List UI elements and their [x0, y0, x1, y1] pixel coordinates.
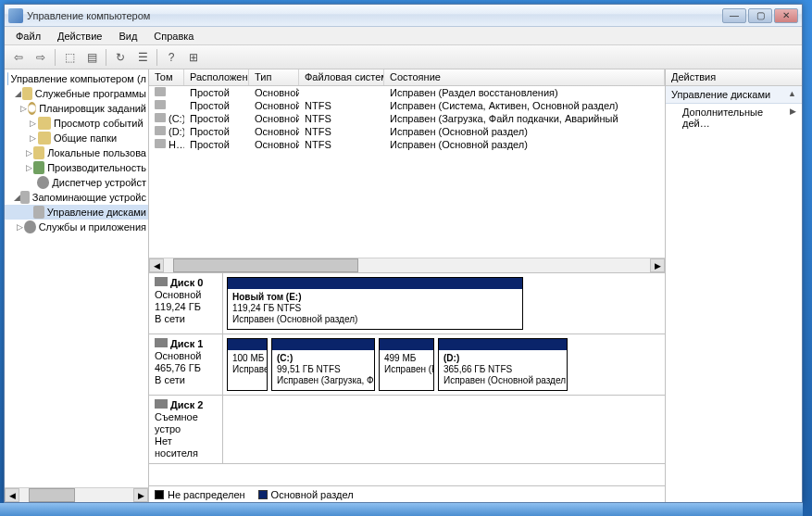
perf-icon: [33, 161, 44, 174]
drive-icon: [155, 399, 168, 409]
volume-row[interactable]: ПростойОсновнойИсправен (Раздел восстано…: [149, 86, 665, 99]
tree-shared-folders[interactable]: ▷ Общие папки: [5, 131, 148, 145]
partition[interactable]: 499 МБИсправен (Р: [379, 338, 434, 391]
disk-row: Диск 0Основной119,24 ГБВ сетиНовый том (…: [149, 273, 665, 334]
actions-panel: Действия Управление дисками ▲ Дополнител…: [665, 69, 802, 502]
actions-section[interactable]: Управление дисками ▲: [666, 86, 802, 104]
content-area: Управление компьютером (л ◢ Служебные пр…: [5, 69, 802, 502]
disk-partitions: Новый том (E:)119,24 ГБ NTFSИсправен (Ос…: [223, 273, 665, 334]
props-button[interactable]: ▤: [81, 47, 102, 68]
center-panel: Том Расположение Тип Файловая система Со…: [149, 69, 665, 502]
disk-partitions: 100 МБ !Исправен(C:)99,51 ГБ NTFSИсправе…: [223, 334, 665, 395]
storage-icon: [20, 191, 30, 204]
event-icon: [38, 117, 51, 130]
menu-action[interactable]: Действие: [50, 29, 109, 44]
disk-row: Диск 1Основной465,76 ГБВ сети100 МБ !Исп…: [149, 334, 665, 396]
volume-list: Том Расположение Тип Файловая система Со…: [149, 69, 665, 273]
help-button[interactable]: ?: [161, 47, 181, 68]
device-icon: [37, 176, 50, 189]
up-button[interactable]: ⬚: [59, 47, 80, 68]
nav-tree: Управление компьютером (л ◢ Служебные пр…: [5, 69, 148, 236]
menu-help[interactable]: Справка: [146, 29, 201, 44]
tree-device-manager[interactable]: Диспетчер устройст: [5, 175, 148, 190]
tree-root[interactable]: Управление компьютером (л: [5, 71, 148, 86]
titlebar: Управление компьютером — ▢ ✕: [5, 5, 802, 27]
tree-scrollbar[interactable]: ◀ ▶: [5, 487, 148, 502]
users-icon: [33, 146, 44, 159]
col-tom[interactable]: Том: [149, 69, 184, 85]
menu-file[interactable]: Файл: [8, 29, 48, 44]
disk-map: Диск 0Основной119,24 ГБВ сетиНовый том (…: [149, 273, 665, 485]
col-fs[interactable]: Файловая система: [299, 69, 384, 85]
disk-row: Диск 2Съемное устроНет носителя: [149, 396, 665, 464]
window-buttons: — ▢ ✕: [722, 8, 798, 23]
tree-system-tools[interactable]: ◢ Служебные программы: [5, 86, 148, 101]
tree-event-viewer[interactable]: ▷ Просмотр событий: [5, 116, 148, 131]
volume-icon: [155, 100, 166, 109]
refresh-button[interactable]: ↻: [110, 47, 131, 68]
forward-button[interactable]: ⇨: [31, 47, 51, 68]
menu-view[interactable]: Вид: [111, 29, 144, 44]
volume-row[interactable]: Н…ПростойОсновнойNTFSИсправен (Основной …: [149, 138, 665, 151]
computer-icon: [7, 72, 8, 85]
tree-disk-mgmt[interactable]: Управление дисками: [5, 205, 148, 220]
col-status[interactable]: Состояние: [384, 69, 665, 85]
tree-panel: Управление компьютером (л ◢ Служебные пр…: [5, 69, 149, 502]
disk-info[interactable]: Диск 0Основной119,24 ГБВ сети: [149, 273, 223, 334]
tools-icon: [22, 87, 32, 100]
chevron-right-icon: ▶: [790, 107, 796, 129]
legend-unallocated: Не распределен: [155, 489, 245, 500]
volume-rows: ПростойОсновнойИсправен (Раздел восстано…: [149, 86, 665, 151]
legend: Не распределен Основной раздел: [149, 485, 665, 502]
col-layout[interactable]: Расположение: [184, 69, 249, 85]
folder-icon: [38, 132, 51, 145]
tree-local-users[interactable]: ▷ Локальные пользова: [5, 145, 148, 160]
extra-button[interactable]: ⊞: [183, 47, 204, 68]
clock-icon: [28, 102, 36, 115]
partition[interactable]: (C:)99,51 ГБ NTFSИсправен (Загрузка, Фай: [271, 338, 375, 391]
drive-icon: [155, 277, 168, 286]
volume-row[interactable]: (C:)ПростойОсновнойNTFSИсправен (Загрузк…: [149, 112, 665, 125]
partition[interactable]: 100 МБ !Исправен: [227, 338, 268, 391]
chevron-up-icon: ▲: [788, 89, 796, 100]
volume-row[interactable]: (D:)ПростойОсновнойNTFSИсправен (Основно…: [149, 125, 665, 138]
volume-icon: [155, 113, 166, 122]
maximize-button[interactable]: ▢: [748, 8, 772, 23]
taskbar[interactable]: [0, 503, 803, 516]
back-button[interactable]: ⇦: [8, 47, 29, 68]
services-icon: [24, 220, 35, 233]
volume-header: Том Расположение Тип Файловая система Со…: [149, 69, 665, 86]
app-icon: [8, 8, 23, 23]
minimize-button[interactable]: —: [722, 8, 746, 23]
tree-performance[interactable]: ▷ Производительность: [5, 160, 148, 175]
tree-task-scheduler[interactable]: ▷ Планировщик заданий: [5, 101, 148, 116]
main-window: Управление компьютером — ▢ ✕ Файл Действ…: [4, 4, 803, 503]
tree-storage[interactable]: ◢ Запоминающие устройс: [5, 190, 148, 205]
disk-icon: [33, 206, 44, 219]
list-button[interactable]: ☰: [132, 47, 153, 68]
volume-icon: [155, 87, 166, 96]
volume-icon: [155, 126, 166, 135]
close-button[interactable]: ✕: [774, 8, 798, 23]
col-type[interactable]: Тип: [249, 69, 299, 85]
window-title: Управление компьютером: [27, 10, 722, 21]
toolbar: ⇦ ⇨ ⬚ ▤ ↻ ☰ ? ⊞: [5, 45, 802, 69]
disk-info[interactable]: Диск 1Основной465,76 ГБВ сети: [149, 334, 223, 395]
volume-scrollbar[interactable]: ◀ ▶: [149, 258, 665, 272]
menubar: Файл Действие Вид Справка: [5, 27, 802, 45]
volume-row[interactable]: ПростойОсновнойNTFSИсправен (Система, Ак…: [149, 99, 665, 112]
tree-services[interactable]: ▷ Службы и приложения: [5, 220, 148, 234]
disk-info[interactable]: Диск 2Съемное устроНет носителя: [149, 396, 223, 463]
legend-primary: Основной раздел: [258, 489, 354, 500]
partition[interactable]: Новый том (E:)119,24 ГБ NTFSИсправен (Ос…: [227, 277, 523, 330]
actions-more[interactable]: Дополнительные дей… ▶: [666, 104, 802, 132]
disk-partitions: [223, 396, 665, 463]
drive-icon: [155, 338, 168, 347]
partition[interactable]: (D:)365,66 ГБ NTFSИсправен (Основной раз…: [438, 338, 568, 391]
actions-header: Действия: [666, 69, 802, 86]
volume-icon: [155, 139, 166, 148]
